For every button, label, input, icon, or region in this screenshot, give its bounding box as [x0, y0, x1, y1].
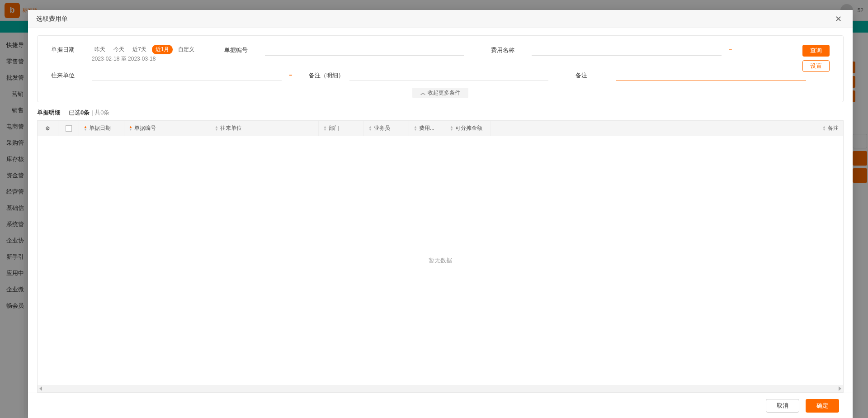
collapse-filters-button[interactable]: ︽ 收起更多条件: [412, 88, 468, 98]
remark-detail-input[interactable]: [349, 70, 548, 81]
gear-icon: ⚙: [45, 125, 50, 132]
select-fee-modal: 选取费用单 ✕ 单据日期 昨天 今天 近7天 近1月: [28, 10, 853, 418]
date-chip-custom[interactable]: 自定义: [175, 45, 197, 54]
modal-title: 选取费用单: [36, 15, 68, 23]
sort-icon[interactable]: ▲▼: [414, 126, 417, 131]
cancel-button[interactable]: 取消: [766, 399, 799, 413]
list-tab-details[interactable]: 单据明细: [37, 109, 61, 117]
filter-label-date: 单据日期: [51, 46, 92, 54]
date-chip-yesterday[interactable]: 昨天: [92, 45, 108, 54]
checkbox-icon[interactable]: [66, 125, 72, 132]
sort-icon[interactable]: ▲▼: [84, 126, 87, 131]
horizontal-scrollbar[interactable]: [38, 385, 843, 392]
close-icon[interactable]: ✕: [832, 13, 844, 25]
date-chip-month[interactable]: 近1月: [152, 45, 173, 54]
list-bar: 单据明细 已选0条 | 共0条: [37, 109, 844, 117]
chevron-up-icon: ︽: [420, 89, 426, 97]
modal-footer: 取消 确定: [28, 393, 853, 418]
filter-label-docno: 单据编号: [224, 46, 265, 54]
settings-button[interactable]: 设置: [802, 60, 830, 72]
filter-label-feename: 费用名称: [491, 46, 532, 54]
remark-input[interactable]: [616, 70, 806, 81]
column-doc-no[interactable]: ▲▼ 单据编号: [124, 121, 210, 136]
fee-name-input[interactable]: ···: [532, 45, 722, 56]
filter-label-remark-detail: 备注（明细）: [309, 71, 349, 80]
column-fee[interactable]: ▲▼ 费用...: [409, 121, 445, 136]
column-date[interactable]: ▲▼ 单据日期: [79, 121, 124, 136]
filter-panel: 单据日期 昨天 今天 近7天 近1月 自定义 2023-02-18 至 2023…: [37, 35, 844, 102]
column-checkbox[interactable]: [58, 121, 79, 136]
collapse-label: 收起更多条件: [428, 89, 460, 97]
total-count: | 共0条: [91, 109, 109, 117]
table-header: ⚙ ▲▼ 单据日期 ▲▼ 单据编号 ▲▼ 往来单位: [38, 121, 843, 136]
table-body-empty: 暂无数据: [38, 136, 843, 385]
column-dept[interactable]: ▲▼ 部门: [319, 121, 364, 136]
sort-icon[interactable]: ▲▼: [822, 126, 826, 131]
date-quick-range: 昨天 今天 近7天 近1月 自定义: [92, 45, 197, 54]
column-party[interactable]: ▲▼ 往来单位: [210, 121, 319, 136]
sort-icon[interactable]: ▲▼: [215, 126, 218, 131]
sort-icon[interactable]: ▲▼: [323, 126, 327, 131]
column-alloc[interactable]: ▲▼ 可分摊金额: [445, 121, 491, 136]
filter-label-party: 往来单位: [51, 71, 92, 80]
query-button[interactable]: 查询: [802, 45, 830, 57]
party-input[interactable]: ···: [92, 70, 282, 81]
more-icon[interactable]: ···: [728, 46, 731, 54]
empty-text: 暂无数据: [429, 256, 452, 265]
column-settings[interactable]: ⚙: [38, 121, 58, 136]
sort-icon[interactable]: ▲▼: [129, 126, 132, 131]
date-chip-today[interactable]: 今天: [111, 45, 127, 54]
date-chip-week[interactable]: 近7天: [130, 45, 149, 54]
selected-count: 已选0条: [69, 109, 90, 117]
modal-overlay: 选取费用单 ✕ 单据日期 昨天 今天 近7天 近1月: [0, 0, 868, 418]
date-range-display[interactable]: 2023-02-18 至 2023-03-18: [92, 55, 156, 63]
column-operator[interactable]: ▲▼ 业务员: [364, 121, 409, 136]
column-remark[interactable]: ▲▼ 备注: [491, 121, 843, 136]
sort-icon[interactable]: ▲▼: [450, 126, 453, 131]
more-icon[interactable]: ···: [288, 71, 292, 79]
sort-icon[interactable]: ▲▼: [368, 126, 372, 131]
modal-header: 选取费用单 ✕: [28, 10, 853, 28]
doc-no-input[interactable]: [265, 45, 464, 56]
filter-label-remark: 备注: [576, 71, 616, 80]
ok-button[interactable]: 确定: [806, 399, 839, 413]
table: ⚙ ▲▼ 单据日期 ▲▼ 单据编号 ▲▼ 往来单位: [37, 120, 844, 393]
